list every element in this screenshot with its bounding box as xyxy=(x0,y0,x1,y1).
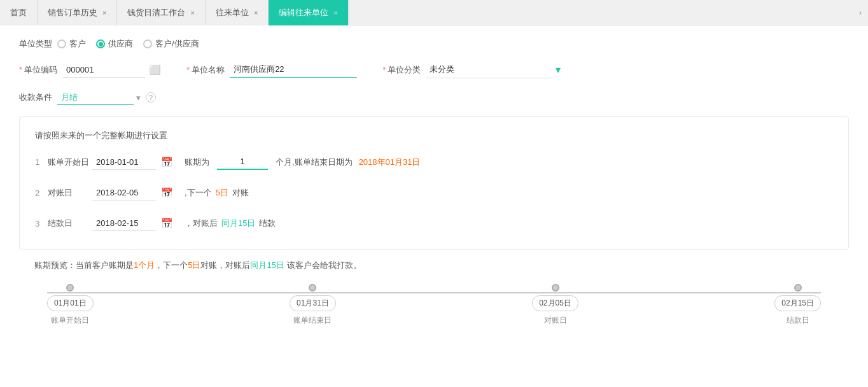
timeline-node-1: 01月01日 账单开始日 xyxy=(47,284,94,326)
tab-cash-work[interactable]: 钱货日清工作台 × xyxy=(117,0,205,25)
row2-desc-highlight: 5日 xyxy=(216,187,228,199)
setting-row-3: 3 结款日 📅 ，对账后 同月15日 结款 xyxy=(35,216,833,231)
preview-middle2: 对账，对账后 xyxy=(200,260,250,270)
radio-both-circle xyxy=(143,39,152,48)
row3-calendar-icon[interactable]: 📅 xyxy=(161,218,173,229)
timeline-label-1: 账单开始日 xyxy=(51,315,89,326)
tab-sales-history-label: 销售订单历史 xyxy=(48,7,97,18)
unit-type-row: 单位类型 客户 供应商 客户/供应商 xyxy=(19,38,849,50)
timeline-node-2: 01月31日 账单结束日 xyxy=(290,284,336,326)
preview-highlight3: 同月15日 xyxy=(250,260,284,270)
radio-customer-circle xyxy=(57,39,66,48)
copy-icon[interactable]: ⬜ xyxy=(149,64,161,76)
timeline-label-2: 账单结束日 xyxy=(293,315,332,326)
radio-both[interactable]: 客户/供应商 xyxy=(143,38,199,50)
unit-name-group: * 单位名称 xyxy=(186,62,357,78)
timeline-dot-1 xyxy=(66,284,74,292)
unit-name-star: * xyxy=(186,65,190,74)
unit-type-label: 单位类型 xyxy=(19,38,52,50)
unit-info-row: * 单位编码 ⬜ * 单位名称 * 单位分类 未分类 ▾ xyxy=(19,61,849,78)
row2-calendar-icon[interactable]: 📅 xyxy=(161,187,173,199)
radio-supplier[interactable]: 供应商 xyxy=(96,38,133,50)
close-partner-icon[interactable]: × xyxy=(254,9,258,17)
tab-home-label: 首页 xyxy=(10,7,27,18)
timeline: 01月01日 账单开始日 01月31日 账单结束日 02月05日 对账日 xyxy=(34,284,834,326)
settings-title: 请按照未来的一个完整帐期进行设置 xyxy=(35,130,833,141)
radio-supplier-label: 供应商 xyxy=(108,38,133,50)
preview-highlight1: 1个月 xyxy=(134,260,155,270)
unit-code-group: * 单位编码 ⬜ xyxy=(19,62,161,78)
row1-calendar-icon[interactable]: 📅 xyxy=(161,157,173,168)
tab-bar: 首页 销售订单历史 × 钱货日清工作台 × 往来单位 × 编辑往来单位 × › xyxy=(0,0,868,25)
timeline-node-4: 02月15日 结款日 xyxy=(774,284,821,326)
row1-end-date: 2018年01月31日 xyxy=(359,157,421,168)
timeline-nodes-row: 01月01日 账单开始日 01月31日 账单结束日 02月05日 对账日 xyxy=(47,284,821,326)
payment-condition-dropdown: ▾ xyxy=(57,90,141,105)
tab-cash-work-label: 钱货日清工作台 xyxy=(127,7,185,18)
help-question-mark: ? xyxy=(149,94,153,101)
close-cash-work-icon[interactable]: × xyxy=(190,9,194,17)
tab-sales-history[interactable]: 销售订单历史 × xyxy=(38,0,117,25)
row3-date-input[interactable] xyxy=(92,216,156,231)
row1-period-input[interactable] xyxy=(217,154,268,170)
row3-desc-suffix: 结款 xyxy=(259,218,276,229)
timeline-dot-3 xyxy=(552,284,559,292)
timeline-badge-2: 01月31日 xyxy=(290,295,336,311)
payment-condition-input[interactable] xyxy=(57,90,134,105)
payment-condition-row: 收款条件 ▾ ? xyxy=(19,90,849,105)
unit-classify-group: * 单位分类 未分类 ▾ xyxy=(382,61,561,78)
row1-period-prefix: 账期为 xyxy=(185,157,209,168)
unit-code-star: * xyxy=(19,65,22,74)
help-icon[interactable]: ? xyxy=(146,92,156,102)
timeline-label-3: 对账日 xyxy=(544,315,567,326)
row2-num: 2 xyxy=(35,188,48,198)
row2-desc-prefix: ,下一个 xyxy=(185,187,212,199)
unit-classify-value: 未分类 xyxy=(426,61,553,78)
timeline-dot-2 xyxy=(309,284,316,292)
timeline-node-3: 02月05日 对账日 xyxy=(532,284,578,326)
row1-type: 账单开始日 xyxy=(48,157,92,168)
close-edit-partner-icon[interactable]: × xyxy=(333,9,337,17)
timeline-badge-3: 02月05日 xyxy=(532,295,578,311)
radio-customer-label: 客户 xyxy=(69,38,86,50)
row2-desc-suffix: 对账 xyxy=(232,187,249,199)
unit-code-label: 单位编码 xyxy=(24,64,57,76)
unit-type-radio-group: 客户 供应商 客户/供应商 xyxy=(57,38,199,50)
tab-partner[interactable]: 往来单位 × xyxy=(206,0,269,25)
tab-expand-button[interactable]: › xyxy=(853,0,868,25)
setting-row-2: 2 对账日 📅 ,下一个 5日 对账 xyxy=(35,185,833,201)
preview-middle1: ，下一个 xyxy=(155,260,188,270)
unit-name-input[interactable] xyxy=(230,62,357,78)
main-content: 单位类型 客户 供应商 客户/供应商 * 单位编码 ⬜ * 单位名称 xyxy=(0,25,868,387)
tab-home[interactable]: 首页 xyxy=(0,0,38,25)
payment-condition-arrow-icon[interactable]: ▾ xyxy=(136,93,141,102)
row1-date-input[interactable] xyxy=(92,155,156,170)
row1-period-suffix: 个月,账单结束日期为 xyxy=(276,157,353,168)
preview-prefix: 账期预览：当前客户账期是 xyxy=(34,260,134,270)
settings-box: 请按照未来的一个完整帐期进行设置 1 账单开始日 📅 账期为 个月,账单结束日期… xyxy=(19,116,849,250)
row2-date-input[interactable] xyxy=(92,185,156,201)
preview-highlight2: 5日 xyxy=(188,260,200,270)
row3-type: 结款日 xyxy=(48,218,92,229)
preview-text: 账期预览：当前客户账期是1个月，下一个5日对账，对账后同月15日 该客户会给我打… xyxy=(34,260,834,271)
tab-partner-label: 往来单位 xyxy=(216,7,249,18)
row3-num: 3 xyxy=(35,219,48,229)
unit-classify-star: * xyxy=(382,65,386,74)
timeline-badge-4: 02月15日 xyxy=(774,295,821,311)
unit-classify-label: 单位分类 xyxy=(388,64,421,76)
tab-edit-partner[interactable]: 编辑往来单位 × xyxy=(269,0,348,25)
row3-desc-prefix: ，对账后 xyxy=(185,218,218,229)
close-sales-history-icon[interactable]: × xyxy=(102,9,106,17)
preview-suffix: 该客户会给我打款。 xyxy=(284,260,361,270)
unit-code-input[interactable] xyxy=(62,62,145,78)
row2-type: 对账日 xyxy=(48,187,92,199)
timeline-dot-4 xyxy=(794,284,802,292)
unit-name-label: 单位名称 xyxy=(192,64,225,76)
tab-edit-partner-label: 编辑往来单位 xyxy=(279,7,328,18)
unit-classify-dropdown-arrow[interactable]: ▾ xyxy=(556,64,561,76)
radio-customer[interactable]: 客户 xyxy=(57,38,86,50)
chevron-right-icon: › xyxy=(859,8,862,17)
radio-both-label: 客户/供应商 xyxy=(155,38,199,50)
preview-section: 账期预览：当前客户账期是1个月，下一个5日对账，对账后同月15日 该客户会给我打… xyxy=(19,250,849,336)
row1-num: 1 xyxy=(35,157,48,167)
